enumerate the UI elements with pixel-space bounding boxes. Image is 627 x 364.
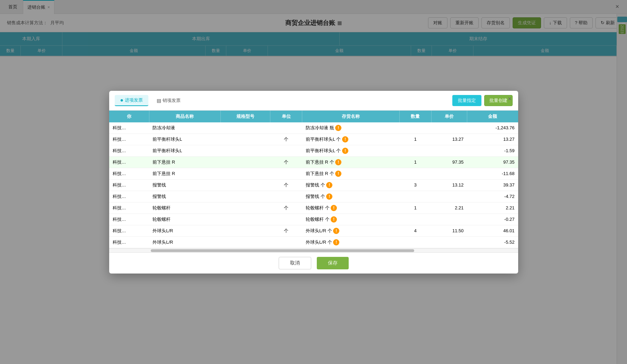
- cell-product: 轮毂螺杆: [149, 214, 220, 225]
- cell-product: 外球头L/R: [149, 236, 220, 248]
- cell-product: 前平衡杆球头L: [149, 133, 220, 145]
- cell-amount: -11.68: [467, 168, 518, 179]
- dialog-header: ● 进项发票 ▤ 销项发票 批量指定 批量创建 ×: [109, 91, 518, 111]
- cell-spec: [221, 156, 270, 168]
- cell-amount: -1.59: [467, 145, 518, 156]
- cell-product: 报警线: [149, 179, 220, 191]
- dialog-action-buttons: 批量指定 批量创建: [452, 95, 513, 106]
- col-company: 你: [109, 111, 149, 122]
- cell-stock: 前下悬挂 R 个 !: [302, 168, 399, 179]
- cell-qty: [399, 191, 431, 202]
- col-stock-name: 存货名称: [302, 111, 399, 122]
- cell-stock: 轮毂螺杆 个 !: [302, 202, 399, 214]
- main-area: 销售成本计算方法： 月平均 商贸企业进销台账 ▦ 对账 重新开账 存货别名 生成…: [0, 14, 627, 364]
- warning-icon: !: [333, 239, 339, 245]
- cell-amount: -0.27: [467, 214, 518, 225]
- cell-unit-price: [431, 214, 467, 225]
- cell-unit: 个: [270, 202, 302, 214]
- cell-stock: 前下悬挂 R 个 !: [302, 156, 399, 168]
- invoice-dialog: ● 进项发票 ▤ 销项发票 批量指定 批量创建 × 你: [109, 91, 518, 274]
- cell-company: 科技…: [109, 236, 149, 248]
- dialog-table-wrapper[interactable]: 你 商品名称 规格型号 单位 存货名称 数量 单价 金额 科技… 防冻冷却液: [109, 111, 518, 248]
- cell-qty: 1: [399, 133, 431, 145]
- cell-amount: -4.72: [467, 191, 518, 202]
- cell-unit: 个: [270, 156, 302, 168]
- cell-unit-price: [431, 236, 467, 248]
- cell-stock: 外球头L/R 个 !: [302, 225, 399, 236]
- tab-purchase-invoice[interactable]: ● 进项发票: [115, 95, 149, 106]
- table-row: 科技… 外球头L/R 外球头L/R 个 ! -5.52: [109, 236, 518, 248]
- cell-qty: [399, 214, 431, 225]
- cell-company: 科技…: [109, 191, 149, 202]
- cell-product: 前下悬挂 R: [149, 156, 220, 168]
- cell-qty: [399, 145, 431, 156]
- table-row: 科技… 防冻冷却液 防冻冷却液 瓶 ! -1,243.76: [109, 122, 518, 134]
- cell-unit-price: [431, 145, 467, 156]
- warning-icon: !: [326, 182, 332, 188]
- cell-qty: 3: [399, 179, 431, 191]
- cancel-button[interactable]: 取消: [279, 257, 311, 269]
- cell-company: 科技…: [109, 156, 149, 168]
- horizontal-scrollbar[interactable]: [109, 248, 518, 252]
- cell-stock: 防冻冷却液 瓶 !: [302, 122, 399, 134]
- cell-product: 外球头L/R: [149, 225, 220, 236]
- cell-unit-price: [431, 168, 467, 179]
- warning-icon: !: [331, 216, 337, 223]
- cell-unit-price: 2.21: [431, 202, 467, 214]
- cell-unit-price: 11.50: [431, 225, 467, 236]
- cell-stock: 前平衡杆球头L 个 !: [302, 133, 399, 145]
- cell-amount: 39.37: [467, 179, 518, 191]
- warning-icon: !: [331, 205, 337, 211]
- cell-stock: 报警线 个 !: [302, 179, 399, 191]
- save-button[interactable]: 保存: [317, 257, 349, 269]
- cell-spec: [221, 191, 270, 202]
- tab-sales-invoice[interactable]: ▤ 销项发票: [151, 95, 186, 106]
- cell-unit-price: [431, 191, 467, 202]
- cell-amount: 46.01: [467, 225, 518, 236]
- purchase-tab-icon: ●: [120, 97, 124, 103]
- table-row: 科技… 前下悬挂 R 前下悬挂 R 个 ! -11.68: [109, 168, 518, 179]
- cell-unit: [270, 145, 302, 156]
- table-row: 科技… 外球头L/R 个 外球头L/R 个 ! 4 11.50 46.01: [109, 225, 518, 236]
- cell-qty: [399, 168, 431, 179]
- cell-unit: [270, 191, 302, 202]
- cell-qty: 4: [399, 225, 431, 236]
- cell-amount: 13.27: [467, 133, 518, 145]
- cell-amount: 97.35: [467, 156, 518, 168]
- warning-icon: !: [342, 136, 348, 142]
- cell-product: 报警线: [149, 191, 220, 202]
- sales-tab-icon: ▤: [157, 98, 161, 103]
- cell-spec: [221, 133, 270, 145]
- batch-assign-button[interactable]: 批量指定: [452, 95, 481, 106]
- cell-qty: 1: [399, 156, 431, 168]
- cell-amount: 2.21: [467, 202, 518, 214]
- cell-spec: [221, 179, 270, 191]
- cell-unit: 个: [270, 225, 302, 236]
- dialog-close-button[interactable]: ×: [506, 95, 514, 103]
- cell-spec: [221, 214, 270, 225]
- col-amount: 金额: [467, 111, 518, 122]
- cell-unit-price: 13.27: [431, 133, 467, 145]
- cell-spec: [221, 202, 270, 214]
- table-row: 科技… 前平衡杆球头L 个 前平衡杆球头L 个 ! 1 13.27 13.27: [109, 133, 518, 145]
- table-row: 科技… 轮毂螺杆 轮毂螺杆 个 ! -0.27: [109, 214, 518, 225]
- col-qty: 数量: [399, 111, 431, 122]
- cell-product: 轮毂螺杆: [149, 202, 220, 214]
- cell-spec: [221, 145, 270, 156]
- warning-icon: !: [333, 228, 339, 234]
- col-product-name: 商品名称: [149, 111, 220, 122]
- cell-unit: [270, 236, 302, 248]
- cell-company: 科技…: [109, 202, 149, 214]
- cell-company: 科技…: [109, 122, 149, 134]
- cell-stock: 轮毂螺杆 个 !: [302, 214, 399, 225]
- cell-company: 科技…: [109, 145, 149, 156]
- table-row: 科技… 报警线 报警线 个 ! -4.72: [109, 191, 518, 202]
- cell-amount: -5.52: [467, 236, 518, 248]
- cell-stock: 外球头L/R 个 !: [302, 236, 399, 248]
- cell-product: 防冻冷却液: [149, 122, 220, 134]
- cell-company: 科技…: [109, 133, 149, 145]
- cell-unit: [270, 122, 302, 134]
- dialog-footer: 取消 保存: [109, 252, 518, 274]
- cell-spec: [221, 236, 270, 248]
- warning-icon: !: [335, 171, 341, 177]
